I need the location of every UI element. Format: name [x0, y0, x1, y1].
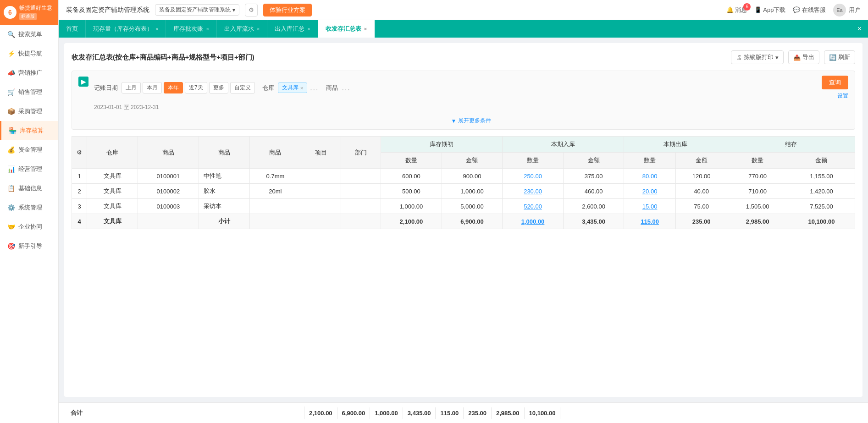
th-opening-group: 库存期初 — [381, 137, 503, 153]
warehouse-tag-group: 文具库 × ... — [278, 82, 319, 93]
date-custom-btn[interactable]: 自定义 — [230, 82, 255, 93]
topbar-left: 装备及固定资产辅助管理系统 装备及固定资产辅助管理系统 ▾ ⚙ 体验行业方案 — [66, 4, 312, 16]
trial-button[interactable]: 体验行业方案 — [263, 4, 312, 16]
tab-flow-close[interactable]: × — [257, 26, 260, 32]
tab-home-label: 首页 — [66, 25, 78, 33]
warehouse-tag[interactable]: 文具库 × — [278, 82, 307, 93]
sidebar-item-finance[interactable]: 💰 资金管理 — [0, 140, 58, 159]
warehouse-more-dots[interactable]: ... — [310, 84, 319, 92]
system-selector[interactable]: 装备及固定资产辅助管理系统 ▾ — [155, 4, 239, 16]
sidebar-item-label: 资金管理 — [18, 146, 42, 154]
page-content: 收发存汇总表(按仓库+商品编码+商品+规格型号+项目+部门) 🖨 拣锁版打印 ▾… — [59, 38, 868, 402]
online-service-link[interactable]: 💬 在线客服 — [793, 6, 826, 14]
settings-gear-button[interactable]: ⚙ — [245, 4, 258, 16]
logo-icon: 6 — [4, 6, 17, 19]
warehouse-label: 仓库 — [262, 84, 274, 92]
tabbar-close-all[interactable]: × — [851, 21, 868, 37]
tab-batch[interactable]: 库存批次账 × — [166, 20, 216, 38]
sidebar: 6 畅捷通好生意 标准版 🔍 搜索菜单 ⚡ 快捷导航 📣 营销推广 🛒 销售管理… — [0, 0, 59, 423]
tab-inventory-dist[interactable]: 现存量（库存分布表） × — [86, 20, 166, 38]
date-curr-year-btn[interactable]: 本年 — [164, 82, 183, 93]
sidebar-item-label: 企业协同 — [18, 223, 42, 231]
tabbar: 首页 现存量（库存分布表） × 库存批次账 × 出入库流水 × 出入库汇总 × … — [59, 20, 868, 38]
th-warehouse: 仓库 — [87, 137, 138, 169]
tab-recv-send[interactable]: 收发存汇总表 × — [318, 20, 375, 38]
th-goods-name: 商品 — [199, 137, 249, 169]
th-in-group: 本期入库 — [503, 137, 624, 153]
date-more-btn[interactable]: 更多 — [209, 82, 228, 93]
sidebar-item-base-info[interactable]: 📋 基础信息 — [0, 179, 58, 198]
filter-row-1: 记账日期 上月 本月 本年 近7天 更多 自定义 仓库 — [94, 76, 848, 100]
th-project: 项目 — [301, 137, 341, 169]
refresh-button[interactable]: 🔄 刷新 — [824, 50, 855, 64]
filter-query-col: 查询 设置 — [822, 76, 848, 100]
footer-open-amt: 6,900.00 — [337, 407, 370, 419]
base-info-icon: 📋 — [7, 185, 15, 192]
sidebar-item-sales[interactable]: 🛒 销售管理 — [0, 82, 58, 102]
sidebar-item-label: 系统管理 — [18, 203, 42, 212]
print-button[interactable]: 🖨 拣锁版打印 ▾ — [731, 50, 784, 64]
sidebar-item-label: 采购管理 — [18, 107, 42, 115]
footer-close-amt: 10,100.00 — [525, 407, 561, 419]
system-title: 装备及固定资产辅助管理系统 — [66, 6, 149, 14]
app-download-link[interactable]: 📱 App下载 — [754, 6, 785, 14]
notification-bell[interactable]: 🔔 6 消息 — [726, 6, 747, 14]
tab-summary[interactable]: 出入库汇总 × — [267, 20, 318, 38]
filter-collapse-button[interactable]: ▶ — [78, 77, 88, 87]
enterprise-icon: 🤝 — [7, 223, 15, 231]
sidebar-item-label: 快捷导航 — [18, 49, 42, 58]
th-open-qty: 数量 — [381, 153, 442, 169]
warehouse-tag-close[interactable]: × — [300, 85, 303, 91]
date-curr-month-btn[interactable]: 本月 — [143, 82, 162, 93]
footer-out-qty: 115.00 — [436, 407, 464, 419]
sales-icon: 🛒 — [7, 88, 15, 96]
sidebar-item-purchase[interactable]: 📦 采购管理 — [0, 102, 58, 121]
tab-home[interactable]: 首页 — [59, 20, 86, 38]
goods-more-dots[interactable]: ... — [342, 84, 350, 92]
tab-summary-close[interactable]: × — [307, 26, 310, 32]
settings-link[interactable]: 设置 — [837, 92, 848, 100]
export-icon: 📤 — [793, 54, 801, 61]
operation-icon: 📊 — [7, 165, 15, 173]
print-label: 拣锁版打印 — [744, 53, 774, 61]
date-7days-btn[interactable]: 近7天 — [185, 82, 207, 93]
sidebar-item-enterprise[interactable]: 🤝 企业协同 — [0, 217, 58, 236]
tab-batch-label: 库存批次账 — [173, 25, 203, 33]
logo-text-group: 畅捷通好生意 标准版 — [19, 5, 52, 20]
online-service-label: 在线客服 — [802, 6, 826, 13]
tab-inventory-dist-close[interactable]: × — [155, 26, 158, 32]
search-icon: 🔍 — [7, 31, 15, 38]
tab-batch-close[interactable]: × — [206, 26, 209, 32]
query-button[interactable]: 查询 — [822, 76, 848, 89]
tab-recv-send-close[interactable]: × — [364, 26, 367, 32]
quick-nav-icon: ⚡ — [7, 50, 15, 57]
expand-more-button[interactable]: ▼ 展开更多条件 — [94, 117, 848, 125]
th-close-amt: 金额 — [788, 153, 855, 169]
sidebar-item-marketing[interactable]: 📣 营销推广 — [0, 63, 58, 82]
refresh-icon: 🔄 — [829, 54, 836, 61]
tab-flow[interactable]: 出入库流水 × — [217, 20, 267, 38]
finance-icon: 💰 — [7, 146, 15, 154]
user-section[interactable]: Ea 用户 — [833, 4, 861, 16]
date-prev-month-btn[interactable]: 上月 — [122, 82, 141, 93]
th-out-group: 本期出库 — [624, 137, 727, 153]
sidebar-item-inventory[interactable]: 🏪 库存核算 — [0, 121, 58, 140]
footer-in-amt: 3,435.00 — [403, 407, 436, 419]
sidebar-menu: 🔍 搜索菜单 ⚡ 快捷导航 📣 营销推广 🛒 销售管理 📦 采购管理 🏪 库存核… — [0, 25, 58, 423]
expand-arrow-icon: ▼ — [451, 118, 457, 124]
sidebar-item-label: 销售管理 — [18, 88, 42, 96]
footer-row: 合计 2,100.00 6,900.00 1,000.00 3,435.00 1… — [66, 407, 861, 419]
sidebar-item-quick-nav[interactable]: ⚡ 快捷导航 — [0, 44, 58, 63]
page-footer: 合计 2,100.00 6,900.00 1,000.00 3,435.00 1… — [59, 402, 868, 423]
sidebar-item-operation[interactable]: 📊 经营管理 — [0, 159, 58, 179]
th-spec: 商品 — [249, 137, 301, 169]
footer-total-label: 合计 — [66, 407, 304, 419]
sidebar-item-guide[interactable]: 🎯 新手引导 — [0, 236, 58, 256]
export-button[interactable]: 📤 导出 — [788, 50, 819, 64]
printer-icon: 🖨 — [736, 54, 742, 61]
sidebar-item-system[interactable]: ⚙️ 系统管理 — [0, 198, 58, 217]
app-download-label: App下载 — [763, 6, 785, 13]
sidebar-item-search[interactable]: 🔍 搜索菜单 — [0, 25, 58, 44]
th-in-amt: 金额 — [563, 153, 624, 169]
filter-bar: ▶ 记账日期 上月 本月 本年 近7天 更多 自定义 — [72, 71, 855, 130]
